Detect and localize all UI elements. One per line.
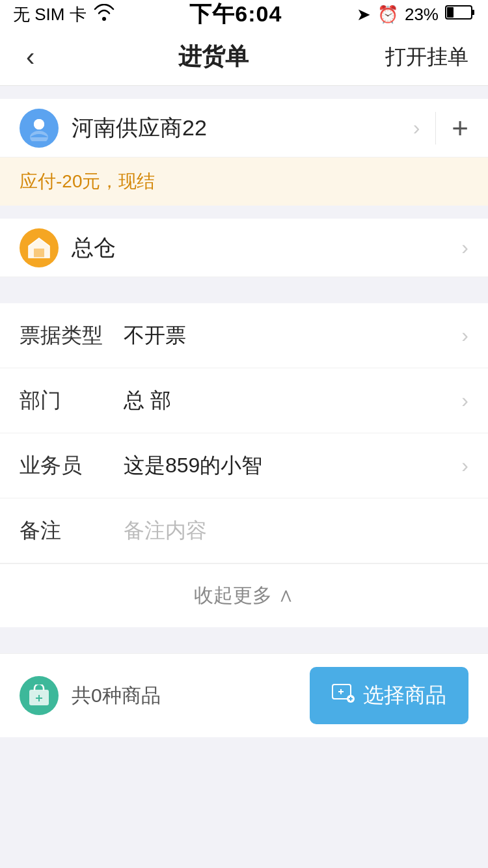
add-supplier-button[interactable]: +: [452, 114, 468, 142]
section-gap-1: [0, 86, 488, 99]
battery-icon: [445, 5, 475, 25]
warehouse-chevron-icon: ›: [461, 236, 468, 260]
department-label: 部门: [20, 387, 111, 415]
back-button[interactable]: ‹: [20, 36, 41, 78]
notice-banner: 应付-20元，现结: [0, 157, 488, 206]
section-gap-2: [0, 206, 488, 219]
salesperson-chevron-icon: ›: [461, 454, 468, 478]
select-product-label: 选择商品: [363, 681, 446, 710]
wifi-icon: [93, 4, 115, 25]
department-chevron-icon: ›: [461, 388, 468, 413]
select-product-icon: [332, 683, 355, 709]
form-section: 票据类型 不开票 › 部门 总 部 › 业务员 这是859的小智 › 备注 备注…: [0, 303, 488, 627]
supplier-chevron-icon: ›: [413, 116, 420, 140]
product-icon: [20, 676, 59, 715]
select-product-button[interactable]: 选择商品: [310, 667, 468, 724]
carrier-label: 无 SIM 卡: [13, 3, 87, 26]
status-bar: 无 SIM 卡 下午6:04 ➤ ⏰ 23%: [0, 0, 488, 29]
salesperson-row[interactable]: 业务员 这是859的小智 ›: [0, 433, 488, 498]
invoice-type-label: 票据类型: [20, 321, 111, 350]
salesperson-label: 业务员: [20, 452, 111, 480]
note-row[interactable]: 备注 备注内容: [0, 498, 488, 563]
bottom-bar: 共0种商品 选择商品: [0, 653, 488, 737]
collapse-button[interactable]: 收起更多 ∧: [0, 563, 488, 627]
location-icon: ➤: [357, 5, 371, 25]
department-value: 总 部: [111, 387, 461, 415]
status-right: ➤ ⏰ 23%: [357, 5, 475, 25]
time-display: 下午6:04: [189, 0, 282, 29]
section-gap-4: [0, 627, 488, 640]
svg-rect-9: [34, 249, 44, 258]
supplier-avatar: [20, 109, 59, 148]
warehouse-name: 总仓: [72, 233, 461, 263]
warehouse-row[interactable]: 总仓 ›: [0, 219, 488, 277]
product-count-label: 共0种商品: [72, 683, 310, 709]
salesperson-value: 这是859的小智: [111, 452, 461, 480]
supplier-name: 河南供应商22: [72, 113, 413, 143]
note-placeholder[interactable]: 备注内容: [111, 517, 468, 545]
alarm-icon: ⏰: [377, 5, 398, 25]
warehouse-card: 总仓 ›: [0, 219, 488, 277]
svg-rect-1: [472, 10, 474, 15]
supplier-row[interactable]: 河南供应商22 › +: [0, 99, 488, 157]
supplier-divider: [435, 112, 436, 144]
svg-rect-2: [447, 7, 454, 18]
warehouse-icon: [20, 228, 59, 267]
note-label: 备注: [20, 517, 111, 545]
nav-bar: ‹ 进货单 打开挂单: [0, 29, 488, 86]
department-row[interactable]: 部门 总 部 ›: [0, 368, 488, 433]
status-left: 无 SIM 卡: [13, 3, 115, 26]
open-pending-button[interactable]: 打开挂单: [385, 43, 468, 72]
page-title: 进货单: [178, 41, 249, 73]
invoice-type-chevron-icon: ›: [461, 323, 468, 347]
section-gap-3: [0, 277, 488, 290]
invoice-type-value: 不开票: [111, 321, 461, 350]
invoice-type-row[interactable]: 票据类型 不开票 ›: [0, 303, 488, 368]
svg-point-6: [34, 119, 44, 129]
supplier-card: 河南供应商22 › + 应付-20元，现结: [0, 99, 488, 206]
page-background: [0, 737, 488, 868]
battery-label: 23%: [405, 5, 439, 25]
